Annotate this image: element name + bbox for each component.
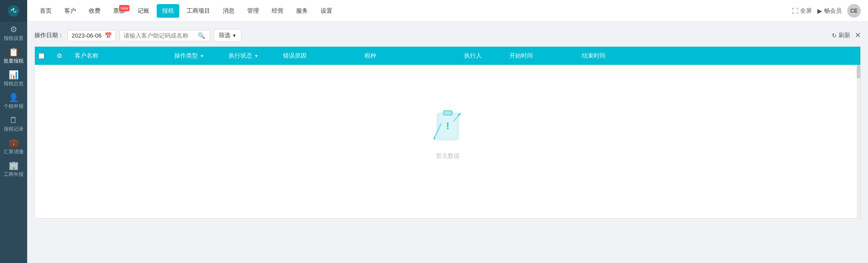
sidebar-logo xyxy=(0,0,27,22)
nav-item-shouye[interactable]: 首页 xyxy=(34,4,57,18)
sidebar-item-baosuizonglan[interactable]: 📊 报税总览 xyxy=(0,67,27,90)
page-body: 操作日期： 2023-06-06 📅 🔍 筛选 ▼ ↻ 刷新 xyxy=(27,22,868,263)
sidebar-item-baoshuishezhi[interactable]: ⚙ 报税设置 xyxy=(0,22,27,44)
nav-item-piao[interactable]: 票据 new xyxy=(108,4,130,18)
nav-item-xiaoxi[interactable]: 消息 xyxy=(217,4,240,18)
settings-icon: ⚙ xyxy=(10,25,17,34)
scrollbar-thumb[interactable] xyxy=(857,65,860,78)
th-starttime: 开始时间 xyxy=(506,52,578,60)
piao-badge: new xyxy=(119,5,129,11)
svg-point-1 xyxy=(13,8,14,10)
member-icon: ▶ xyxy=(817,7,822,15)
sidebar-label-baoshuishezhi: 报税设置 xyxy=(4,35,24,42)
svg-rect-5 xyxy=(445,112,451,114)
close-button[interactable]: ✕ xyxy=(855,32,861,39)
empty-text: 暂无数据 xyxy=(436,152,460,160)
nav-item-shezhi[interactable]: 设置 xyxy=(315,4,338,18)
sidebar: ⚙ 报税设置 📋 批量报税 📊 报税总览 👤 个税申报 🗒 报税记录 💼 汇算清… xyxy=(0,0,27,263)
sidebar-label-geshuishenbao: 个税申报 xyxy=(4,103,24,110)
nav-item-guanli[interactable]: 管理 xyxy=(242,4,264,18)
calendar-icon: 📅 xyxy=(105,32,112,39)
topnav: 首页 客户 收费 票据 new 记账 报税 工商项目 消息 管理 经营 服务 设… xyxy=(27,0,868,22)
sidebar-item-gongshangnianbaao[interactable]: 🏢 工商年报 xyxy=(0,158,27,180)
search-input[interactable] xyxy=(124,32,196,39)
sidebar-item-piliangshuibao[interactable]: 📋 批量报税 xyxy=(0,44,27,67)
topnav-right: ⛶ 全屏 ▶ 畅会员 CE xyxy=(792,4,861,18)
th-endtime: 结束时间 xyxy=(578,52,637,60)
th-taxtype: 税种 xyxy=(361,52,460,60)
sidebar-item-baosuijilu[interactable]: 🗒 报税记录 xyxy=(0,112,27,135)
sidebar-label-baosuijilu: 报税记录 xyxy=(4,126,24,132)
overview-icon: 📊 xyxy=(9,71,19,79)
refresh-icon: ↻ xyxy=(832,32,837,39)
sidebar-label-baosuizonglan: 报税总览 xyxy=(4,80,24,87)
sidebar-item-geshuishenbao[interactable]: 👤 个税申报 xyxy=(0,90,27,112)
batch-icon: 📋 xyxy=(9,48,19,56)
member-button[interactable]: ▶ 畅会员 xyxy=(817,7,842,15)
empty-state: ! 暂无数据 xyxy=(35,65,860,201)
search-box: 🔍 xyxy=(120,30,210,41)
th-customer: 客户名称 xyxy=(71,52,171,60)
th-status[interactable]: 执行状态 ▼ xyxy=(225,52,279,60)
th-executor: 执行人 xyxy=(460,52,506,60)
date-picker[interactable]: 2023-06-06 📅 xyxy=(67,30,116,41)
nav-item-fuwu[interactable]: 服务 xyxy=(291,4,313,18)
select-all-checkbox[interactable] xyxy=(38,53,44,59)
avatar[interactable]: CE xyxy=(847,4,861,18)
search-icon: 🔍 xyxy=(198,32,205,39)
sidebar-label-huisuanqingsuan: 汇算清缴 xyxy=(4,148,24,155)
date-label: 操作日期： xyxy=(34,31,64,39)
th-settings: ⚙ xyxy=(53,52,71,59)
nav-item-gongshang[interactable]: 工商项目 xyxy=(181,4,216,18)
sidebar-item-huisuanqingsuan[interactable]: 💼 汇算清缴 xyxy=(0,135,27,158)
annual-report-icon: 🏢 xyxy=(9,161,19,170)
th-checkbox[interactable] xyxy=(35,53,53,59)
record-icon: 🗒 xyxy=(10,116,18,124)
filter-status-icon: ▼ xyxy=(254,54,259,58)
nav-item-kehu[interactable]: 客户 xyxy=(59,4,82,18)
content: 操作日期： 2023-06-06 📅 🔍 筛选 ▼ ↻ 刷新 xyxy=(27,22,868,263)
nav-item-jizhang[interactable]: 记账 xyxy=(132,4,155,18)
date-value: 2023-06-06 xyxy=(72,32,102,39)
filter-label: 筛选 xyxy=(219,31,230,39)
refresh-button[interactable]: ↻ 刷新 xyxy=(832,31,850,39)
nav-item-baoshu[interactable]: 报税 xyxy=(157,4,179,18)
empty-illustration: ! xyxy=(427,106,468,146)
table-header: ⚙ 客户名称 操作类型 ▼ 执行状态 ▼ 错误原因 xyxy=(35,47,860,65)
settlement-icon: 💼 xyxy=(9,139,19,147)
filter-button[interactable]: 筛选 ▼ xyxy=(214,29,242,42)
personal-tax-icon: 👤 xyxy=(9,93,19,102)
fullscreen-icon: ⛶ xyxy=(792,7,798,15)
nav-items: 首页 客户 收费 票据 new 记账 报税 工商项目 消息 管理 经营 服务 设… xyxy=(34,4,792,18)
fullscreen-button[interactable]: ⛶ 全屏 xyxy=(792,7,812,15)
toolbar: 操作日期： 2023-06-06 📅 🔍 筛选 ▼ ↻ 刷新 xyxy=(34,29,861,42)
nav-item-shoufei[interactable]: 收费 xyxy=(83,4,106,18)
table-wrapper: ⚙ 客户名称 操作类型 ▼ 执行状态 ▼ 错误原因 xyxy=(34,46,861,219)
sidebar-label-piliangshuibao: 批量报税 xyxy=(4,58,24,64)
svg-text:!: ! xyxy=(446,120,449,132)
table-scrollbar[interactable] xyxy=(857,65,860,218)
sidebar-label-gongshangnianbaao: 工商年报 xyxy=(4,171,24,178)
nav-item-jingying[interactable]: 经营 xyxy=(266,4,289,18)
th-errorreason: 错误原因 xyxy=(279,52,361,60)
settings-col-icon: ⚙ xyxy=(57,52,62,59)
toolbar-right: ↻ 刷新 ✕ xyxy=(832,31,861,39)
filter-optype-icon: ▼ xyxy=(200,54,204,58)
th-optype[interactable]: 操作类型 ▼ xyxy=(171,52,225,60)
chevron-down-icon: ▼ xyxy=(232,33,237,38)
main-area: 首页 客户 收费 票据 new 记账 报税 工商项目 消息 管理 经营 服务 设… xyxy=(27,0,868,263)
